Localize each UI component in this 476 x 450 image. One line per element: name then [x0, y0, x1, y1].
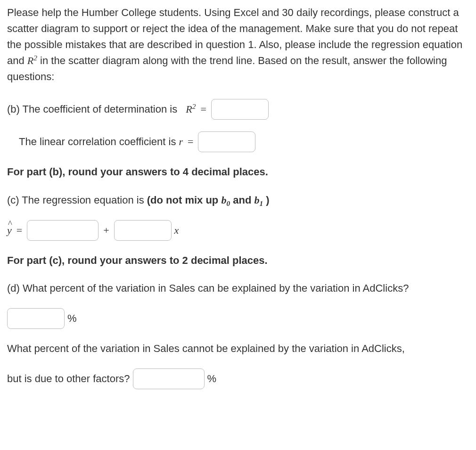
part-b-label: (b) The coefficient of determination is [7, 101, 177, 117]
y-hat: y [7, 222, 12, 238]
part-d-label: (d) What percent of the variation in Sal… [7, 280, 469, 296]
part-d-line-2a: What percent of the variation in Sales c… [7, 341, 469, 357]
equals-yhat: = [16, 222, 22, 238]
b1-input[interactable] [114, 220, 172, 241]
x-variable: x [174, 222, 179, 238]
part-c-note: For part (c), round your answers to 2 de… [7, 253, 469, 269]
r-symbol: r [179, 134, 183, 150]
part-d-input-line: % [7, 308, 469, 329]
explained-percent-input[interactable] [7, 308, 65, 329]
intro-text-2: in the scatter diagram along with the tr… [7, 55, 447, 82]
r-squared: R2 [186, 101, 196, 117]
intro-paragraph: Please help the Humber College students.… [7, 5, 469, 85]
equals-sign: = [200, 101, 206, 117]
r-squared-input[interactable] [211, 99, 269, 120]
part-c-label-line: (c) The regression equation is (do not m… [7, 192, 469, 208]
plus-sign: + [103, 222, 109, 238]
part-d-line-2b: but is due to other factors? % [7, 368, 469, 389]
part-b-note: For part (b), round your answers to 4 de… [7, 164, 469, 180]
correlation-label: The linear correlation coefficient is [19, 134, 176, 150]
percent-sign-1: % [67, 311, 77, 327]
equals-sign-r: = [188, 134, 193, 150]
part-c-label: (c) The regression equation is [7, 194, 147, 206]
b0-input[interactable] [27, 220, 98, 241]
part-b-line-2: The linear correlation coefficient is r … [19, 131, 469, 152]
part-b-line-1: (b) The coefficient of determination is … [7, 99, 469, 120]
percent-sign-2: % [207, 371, 217, 387]
unexplained-percent-input[interactable] [133, 368, 205, 389]
regression-equation: y = + x [7, 220, 469, 241]
part-d-text-2b: but is due to other factors? [7, 371, 130, 387]
part-c-bold: (do not mix up b0 and b1 ) [147, 194, 270, 206]
r-squared-symbol: R2 [27, 55, 37, 66]
r-input[interactable] [198, 131, 255, 152]
